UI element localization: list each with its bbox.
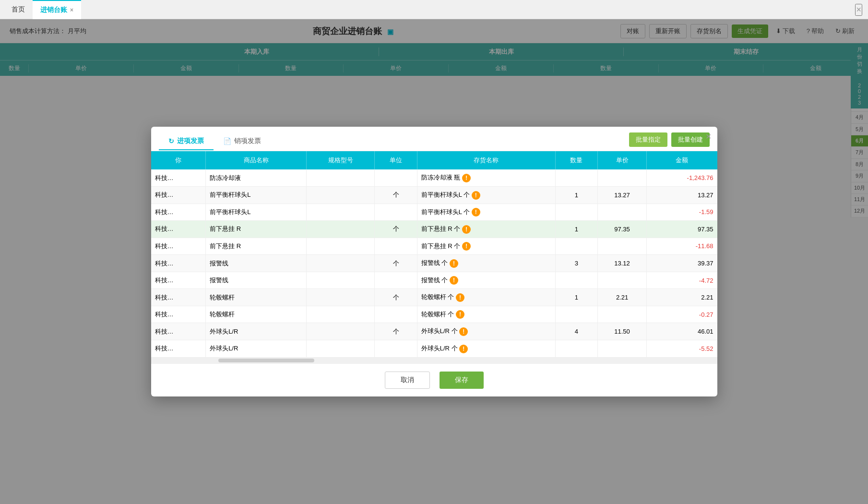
- cell-spec: [307, 323, 375, 340]
- cell-product-name: 前下悬挂 R: [206, 238, 307, 255]
- th-price: 单价: [598, 151, 647, 169]
- table-row: 科技… 报警线 报警线 个 ! -4.72: [151, 272, 717, 289]
- cell-stock-name: 防冻冷却液 瓶 !: [417, 169, 555, 186]
- cell-unit: 个: [375, 221, 417, 238]
- cell-col1: 科技…: [151, 272, 206, 289]
- cell-qty: 3: [555, 255, 597, 272]
- btn-save[interactable]: 保存: [440, 372, 484, 389]
- cell-amount: -1.59: [647, 204, 717, 221]
- warning-icon: !: [456, 310, 464, 319]
- cell-price: [598, 272, 647, 289]
- cell-col1: 科技…: [151, 169, 206, 186]
- btn-cancel[interactable]: 取消: [385, 372, 430, 389]
- cell-unit: 个: [375, 255, 417, 272]
- warning-icon: !: [456, 293, 464, 302]
- dialog-tab-sales[interactable]: 📄 销项发票: [214, 133, 271, 150]
- cell-price: [598, 169, 647, 186]
- btn-batch-create[interactable]: 批量创建: [671, 132, 710, 147]
- cell-col1: 科技…: [151, 238, 206, 255]
- cell-stock-name: 外球头L/R 个 !: [417, 340, 555, 358]
- warning-icon: !: [450, 259, 458, 268]
- cell-spec: [307, 204, 375, 221]
- cell-amount: 2.21: [647, 289, 717, 306]
- cell-col1: 科技…: [151, 221, 206, 238]
- cell-amount: -1,243.76: [647, 169, 717, 186]
- th-col1: 你: [151, 151, 206, 169]
- th-unit: 单位: [375, 151, 417, 169]
- table-row: 科技… 前平衡杆球头L 前平衡杆球头L 个 ! -1.59: [151, 204, 717, 221]
- dialog-header-actions: 批量指定 批量创建: [629, 132, 710, 151]
- sales-tab-label: 销项发票: [234, 137, 261, 145]
- cell-spec: [307, 238, 375, 255]
- cell-qty: [555, 204, 597, 221]
- cell-stock-name: 外球头L/R 个 !: [417, 323, 555, 340]
- cell-product-name: 轮毂螺杆: [206, 306, 307, 323]
- cell-col1: 科技…: [151, 323, 206, 340]
- warning-icon: !: [450, 276, 458, 285]
- cell-amount: -11.68: [647, 238, 717, 255]
- cell-price: [598, 204, 647, 221]
- btn-batch-assign[interactable]: 批量指定: [629, 132, 667, 147]
- table-row: 科技… 前下悬挂 R 个 前下悬挂 R 个 ! 1 97.35 97.35: [151, 221, 717, 238]
- cell-qty: [555, 340, 597, 358]
- cell-col1: 科技…: [151, 255, 206, 272]
- table-row: 科技… 外球头L/R 个 外球头L/R 个 ! 4 11.50 46.01: [151, 323, 717, 340]
- warning-icon: !: [472, 191, 480, 200]
- cell-unit: [375, 169, 417, 186]
- cell-stock-name: 轮毂螺杆 个 !: [417, 306, 555, 323]
- cell-qty: 1: [555, 186, 597, 204]
- cell-col1: 科技…: [151, 186, 206, 204]
- warning-icon: !: [459, 327, 468, 336]
- cell-unit: 个: [375, 186, 417, 204]
- cell-qty: 1: [555, 221, 597, 238]
- dialog-scrollbar-thumb: [218, 359, 314, 362]
- tab-home-label: 首页: [12, 5, 25, 14]
- cell-unit: [375, 306, 417, 323]
- table-row: 科技… 前平衡杆球头L 个 前平衡杆球头L 个 ! 1 13.27 13.27: [151, 186, 717, 204]
- cell-amount: 13.27: [647, 186, 717, 204]
- tab-ledger[interactable]: 进销台账 ×: [33, 0, 81, 19]
- table-row: 科技… 防冻冷却液 防冻冷却液 瓶 ! -1,243.76: [151, 169, 717, 186]
- th-qty: 数量: [555, 151, 597, 169]
- cell-qty: 1: [555, 289, 597, 306]
- table-row: 科技… 外球头L/R 外球头L/R 个 ! -5.52: [151, 340, 717, 358]
- cell-amount: 97.35: [647, 221, 717, 238]
- tab-ledger-label: 进销台账: [40, 6, 67, 14]
- th-stock-name: 存货名称: [417, 151, 555, 169]
- dialog-header: ↻ 进项发票 📄 销项发票 批量指定 批量创建 ×: [151, 127, 717, 151]
- cell-amount: -0.27: [647, 306, 717, 323]
- cell-product-name: 前下悬挂 R: [206, 221, 307, 238]
- cell-spec: [307, 186, 375, 204]
- tab-bar: 首页 进销台账 × ×: [0, 0, 868, 19]
- sales-tab-icon: 📄: [223, 137, 231, 145]
- cell-spec: [307, 169, 375, 186]
- cell-unit: [375, 340, 417, 358]
- cell-unit: [375, 272, 417, 289]
- table-row: 科技… 轮毂螺杆 个 轮毂螺杆 个 ! 1 2.21 2.21: [151, 289, 717, 306]
- purchase-tab-icon: ↻: [168, 137, 174, 145]
- dialog-overlay: ↻ 进项发票 📄 销项发票 批量指定 批量创建 × 你: [0, 19, 868, 504]
- cell-unit: [375, 204, 417, 221]
- th-amount: 金额: [647, 151, 717, 169]
- table-row: 科技… 轮毂螺杆 轮毂螺杆 个 ! -0.27: [151, 306, 717, 323]
- cell-qty: 4: [555, 323, 597, 340]
- window-close-button[interactable]: ×: [855, 4, 862, 16]
- table-row: 科技… 报警线 个 报警线 个 ! 3 13.12 39.37: [151, 255, 717, 272]
- cell-product-name: 防冻冷却液: [206, 169, 307, 186]
- table-header-row: 你 商品名称 规格型号 单位 存货名称 数量 单价 金额: [151, 151, 717, 169]
- cell-stock-name: 报警线 个 !: [417, 272, 555, 289]
- cell-product-name: 前平衡杆球头L: [206, 186, 307, 204]
- cell-spec: [307, 272, 375, 289]
- dialog-scrollbar[interactable]: [151, 358, 717, 363]
- dialog-tab-purchase[interactable]: ↻ 进项发票: [159, 133, 214, 150]
- cell-qty: [555, 306, 597, 323]
- tab-home[interactable]: 首页: [4, 0, 33, 19]
- purchase-tab-label: 进项发票: [177, 137, 204, 145]
- warning-icon: !: [462, 174, 471, 182]
- dialog-close-button[interactable]: ×: [706, 132, 712, 141]
- cell-col1: 科技…: [151, 306, 206, 323]
- cell-price: [598, 238, 647, 255]
- tab-ledger-close[interactable]: ×: [70, 7, 73, 13]
- cell-unit: 个: [375, 289, 417, 306]
- cell-stock-name: 前平衡杆球头L 个 !: [417, 204, 555, 221]
